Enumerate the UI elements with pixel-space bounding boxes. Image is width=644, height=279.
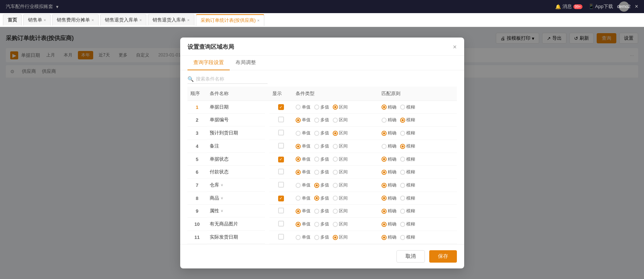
radio-rule-模糊-6[interactable]: [400, 183, 405, 188]
row-dropdown-icon-8[interactable]: ∨: [221, 209, 223, 213]
tab-3[interactable]: 销售退货入库单 ×: [100, 14, 146, 25]
radio-type-多值-6[interactable]: [314, 183, 319, 188]
tab-purchase-stat-close[interactable]: ×: [257, 18, 259, 23]
radio-rule-精确-8[interactable]: [382, 209, 387, 214]
modal-close-button[interactable]: ×: [453, 44, 457, 50]
radio-rule-精确-10[interactable]: [382, 235, 387, 240]
tab-sales-order[interactable]: 销售单 ×: [23, 14, 51, 25]
app-download[interactable]: 📱 App下载: [588, 3, 613, 10]
search-input[interactable]: [196, 76, 261, 82]
radio-rule-模糊-2[interactable]: [400, 131, 405, 136]
radio-type-单值-10[interactable]: [296, 235, 301, 240]
radio-type-多值-0[interactable]: [314, 105, 319, 110]
radio-type-单值-1[interactable]: [296, 118, 301, 123]
radio-type-单值-2[interactable]: [296, 131, 301, 136]
radio-rule-精确-0[interactable]: [382, 105, 387, 110]
radio-type-区间-8[interactable]: [333, 209, 338, 214]
checkbox-10[interactable]: [278, 234, 284, 240]
radio-rule-模糊-7[interactable]: [400, 196, 405, 201]
tab-home[interactable]: 首页: [3, 14, 22, 25]
checkbox-0[interactable]: [278, 104, 284, 110]
tab-purchase-stat[interactable]: 采购订单统计表(按供应商) ×: [196, 14, 264, 26]
modal-tab-query-fields[interactable]: 查询字段设置: [187, 56, 230, 70]
save-button[interactable]: 保存: [429, 250, 457, 263]
notification-area[interactable]: 🔔 消息 99+: [555, 3, 582, 10]
user-avatar[interactable]: demo2: [619, 1, 629, 12]
topbar-close-button[interactable]: ×: [635, 3, 638, 10]
row-show-0[interactable]: [269, 101, 293, 114]
tab-3-close[interactable]: ×: [139, 18, 142, 22]
checkbox-2[interactable]: [278, 130, 284, 135]
radio-rule-精确-7[interactable]: [382, 196, 387, 201]
cancel-button[interactable]: 取消: [396, 250, 425, 263]
tab-4[interactable]: 销售退货入库单 ×: [148, 14, 194, 25]
radio-type-单值-6[interactable]: [296, 183, 301, 188]
row-show-1[interactable]: [269, 114, 293, 127]
radio-type-区间-5[interactable]: [333, 170, 338, 175]
radio-rule-模糊-1[interactable]: [400, 118, 405, 123]
radio-type-多值-4[interactable]: [314, 157, 319, 162]
radio-rule-精确-9[interactable]: [382, 222, 387, 227]
radio-rule-模糊-10[interactable]: [400, 235, 405, 240]
radio-type-多值-10[interactable]: [314, 235, 319, 240]
radio-type-单值-9[interactable]: [296, 222, 301, 227]
radio-type-多值-2[interactable]: [314, 131, 319, 136]
radio-type-多值-9[interactable]: [314, 222, 319, 227]
row-show-9[interactable]: [269, 218, 293, 231]
row-show-5[interactable]: [269, 166, 293, 179]
radio-rule-模糊-0[interactable]: [400, 105, 405, 110]
radio-type-区间-3[interactable]: [333, 144, 338, 149]
radio-type-区间-7[interactable]: [333, 196, 338, 201]
checkbox-4[interactable]: [278, 157, 284, 162]
tab-4-close[interactable]: ×: [187, 18, 189, 22]
radio-rule-模糊-8[interactable]: [400, 209, 405, 214]
radio-rule-精确-2[interactable]: [382, 131, 387, 136]
radio-rule-精确-5[interactable]: [382, 170, 387, 175]
radio-type-多值-8[interactable]: [314, 209, 319, 214]
radio-rule-模糊-4[interactable]: [400, 157, 405, 162]
checkbox-1[interactable]: [278, 117, 284, 122]
row-show-4[interactable]: [269, 153, 293, 166]
radio-rule-精确-1[interactable]: [382, 118, 387, 123]
radio-rule-精确-6[interactable]: [382, 183, 387, 188]
radio-type-区间-6[interactable]: [333, 183, 338, 188]
radio-rule-模糊-9[interactable]: [400, 222, 405, 227]
radio-type-区间-2[interactable]: [333, 131, 338, 136]
radio-rule-模糊-3[interactable]: [400, 144, 405, 149]
row-dropdown-icon-7[interactable]: ∨: [221, 196, 223, 200]
checkbox-6[interactable]: [278, 182, 284, 188]
radio-type-单值-5[interactable]: [296, 170, 301, 175]
modal-tab-layout-adjust[interactable]: 布局调整: [230, 56, 262, 70]
row-show-10[interactable]: [269, 231, 293, 244]
radio-type-多值-1[interactable]: [314, 118, 319, 123]
radio-rule-模糊-5[interactable]: [400, 170, 405, 175]
radio-type-单值-4[interactable]: [296, 157, 301, 162]
radio-type-区间-1[interactable]: [333, 118, 338, 123]
row-show-2[interactable]: [269, 127, 293, 140]
tab-sales-expense-close[interactable]: ×: [91, 18, 94, 22]
radio-type-多值-3[interactable]: [314, 144, 319, 149]
radio-type-单值-8[interactable]: [296, 209, 301, 214]
checkbox-5[interactable]: [278, 169, 284, 174]
checkbox-7[interactable]: [278, 196, 284, 201]
tab-sales-expense[interactable]: 销售费用分摊单 ×: [52, 14, 98, 25]
radio-type-区间-0[interactable]: [333, 105, 338, 110]
row-show-3[interactable]: [269, 140, 293, 153]
row-show-8[interactable]: [269, 205, 293, 218]
radio-type-区间-9[interactable]: [333, 222, 338, 227]
row-dropdown-icon-6[interactable]: ∨: [221, 183, 223, 187]
radio-type-多值-7[interactable]: [314, 196, 319, 201]
checkbox-3[interactable]: [278, 143, 284, 149]
checkbox-8[interactable]: [278, 208, 284, 213]
checkbox-9[interactable]: [278, 221, 284, 227]
app-dropdown-icon[interactable]: ▾: [56, 4, 59, 9]
radio-rule-精确-3[interactable]: [382, 144, 387, 149]
row-show-6[interactable]: [269, 179, 293, 192]
radio-type-单值-0[interactable]: [296, 105, 301, 110]
radio-type-区间-4[interactable]: [333, 157, 338, 162]
radio-type-多值-5[interactable]: [314, 170, 319, 175]
row-show-7[interactable]: [269, 192, 293, 205]
radio-type-单值-3[interactable]: [296, 144, 301, 149]
radio-type-区间-10[interactable]: [333, 235, 338, 240]
tab-sales-order-close[interactable]: ×: [44, 18, 46, 22]
